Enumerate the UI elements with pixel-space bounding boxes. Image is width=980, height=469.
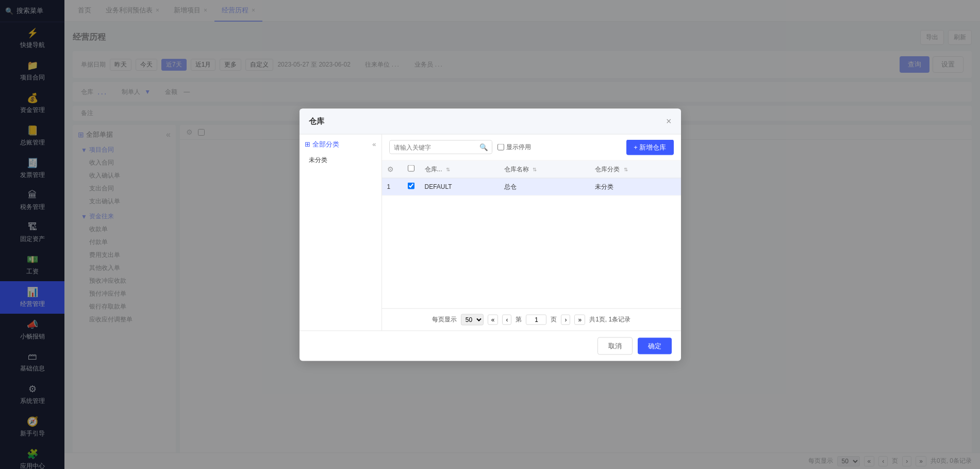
sort-icon-category: ⇅: [624, 166, 628, 172]
row-code: DEFAULT: [420, 178, 500, 196]
modal-page-label: 第: [516, 315, 522, 324]
modal-header: 仓库 ×: [300, 108, 681, 134]
row-checkbox-cell: [403, 178, 420, 196]
show-disabled-checkbox[interactable]: [497, 144, 504, 151]
table-row[interactable]: 1 DEFAULT 总仓 未分类: [382, 178, 681, 196]
sort-icon-code: ⇅: [446, 166, 450, 172]
modal-total: 共1页, 1条记录: [589, 315, 630, 324]
modal-table: ⚙ 仓库... ⇅ 仓库名称 ⇅: [382, 160, 681, 308]
row-seq: 1: [382, 178, 403, 196]
modal-toolbar: 🔍 显示停用 + 新增仓库: [382, 134, 681, 160]
table-header-row: ⚙ 仓库... ⇅ 仓库名称 ⇅: [382, 160, 681, 178]
warehouse-table-body: 1 DEFAULT 总仓 未分类: [382, 178, 681, 196]
modal-page-suffix: 页: [551, 315, 557, 324]
th-checkbox: [403, 160, 420, 178]
row-category: 未分类: [590, 178, 680, 196]
modal-confirm-button[interactable]: 确定: [638, 337, 672, 354]
modal-close-button[interactable]: ×: [666, 116, 672, 126]
modal-right: 🔍 显示停用 + 新增仓库 ⚙: [382, 134, 681, 330]
modal-footer: 取消 确定: [300, 330, 681, 361]
modal-body: ⊞ 全部分类 « 未分类 🔍 显示停用 + 新增仓库: [300, 134, 681, 330]
modal-search-button[interactable]: 🔍: [475, 141, 492, 154]
modal-title: 仓库: [309, 116, 324, 126]
modal-next-btn[interactable]: ›: [561, 314, 570, 325]
modal-pagination: 每页显示 50 « ‹ 第 页 › » 共1页, 1条记录: [382, 308, 681, 330]
modal-collapse-icon[interactable]: «: [372, 140, 376, 148]
show-disabled-label[interactable]: 显示停用: [497, 143, 531, 152]
warehouse-modal: 仓库 × ⊞ 全部分类 « 未分类 🔍: [300, 108, 681, 361]
th-code: 仓库... ⇅: [420, 160, 500, 178]
add-warehouse-button[interactable]: + 新增仓库: [626, 139, 673, 155]
category-all-label[interactable]: ⊞ 全部分类: [305, 139, 339, 149]
modal-per-page-select[interactable]: 50: [461, 314, 484, 325]
th-settings: ⚙: [382, 160, 403, 178]
modal-per-page-label: 每页显示: [432, 315, 457, 324]
th-select-all[interactable]: [408, 165, 414, 172]
table-gear-icon[interactable]: ⚙: [387, 165, 394, 173]
th-category: 仓库分类 ⇅: [590, 160, 680, 178]
modal-search-box: 🔍: [389, 140, 492, 154]
modal-search-input[interactable]: [390, 141, 475, 153]
modal-last-btn[interactable]: »: [574, 314, 585, 325]
row-checkbox[interactable]: [408, 183, 414, 189]
warehouse-table: ⚙ 仓库... ⇅ 仓库名称 ⇅: [382, 160, 681, 196]
modal-category-panel: ⊞ 全部分类 « 未分类: [300, 134, 382, 330]
modal-left-header: ⊞ 全部分类 «: [305, 139, 376, 149]
modal-first-btn[interactable]: «: [488, 314, 499, 325]
th-name: 仓库名称 ⇅: [499, 160, 590, 178]
row-name: 总仓: [499, 178, 590, 196]
modal-cancel-button[interactable]: 取消: [597, 337, 633, 354]
category-uncategorized[interactable]: 未分类: [305, 153, 376, 167]
grid-icon-2: ⊞: [305, 140, 310, 148]
sort-icon-name: ⇅: [533, 166, 537, 172]
modal-page-input[interactable]: [526, 314, 546, 325]
modal-prev-btn[interactable]: ‹: [502, 314, 511, 325]
